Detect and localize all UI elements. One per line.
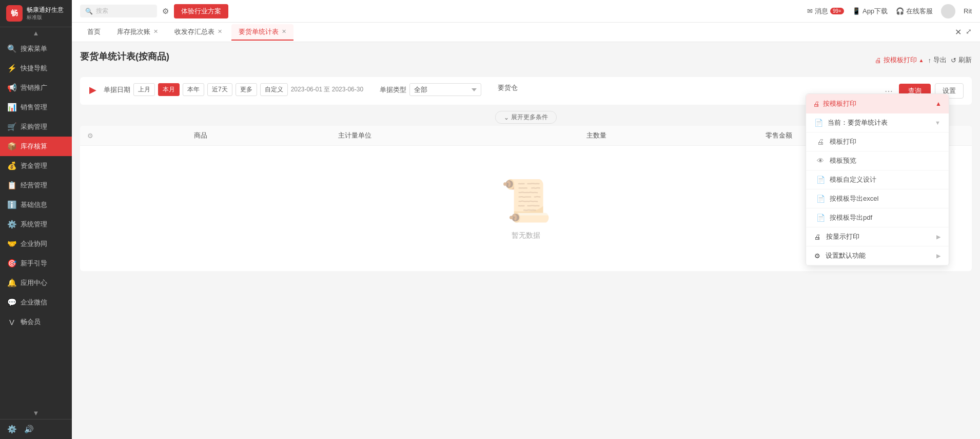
- tab-home[interactable]: 首页: [80, 24, 108, 41]
- expand-more-button[interactable]: ⌄ 展开更多条件: [495, 111, 557, 124]
- dropdown-default-func[interactable]: ⚙ 设置默认功能 ▶: [806, 246, 949, 265]
- tab-collection-label: 收发存汇总表: [174, 27, 214, 36]
- dropdown-current-template[interactable]: 📄 当前：要货单统计表 ▼: [806, 113, 949, 132]
- empty-text: 暂无数据: [512, 231, 540, 240]
- app-download-item[interactable]: 📱 App下载: [852, 7, 888, 16]
- dropdown-template-print[interactable]: 🖨 模板打印: [806, 132, 949, 151]
- current-template-icon: 📄: [814, 119, 822, 127]
- dropdown-display-print[interactable]: 🖨 按显示打印 ▶: [806, 227, 949, 246]
- refresh-button[interactable]: ↺ 刷新: [951, 55, 972, 65]
- sidebar-item-apps[interactable]: 🔔 应用中心: [0, 273, 72, 293]
- sidebar-item-member[interactable]: V 畅会员: [0, 312, 72, 332]
- topbar-search[interactable]: 🔍 搜索: [80, 5, 157, 17]
- search-icon: 🔍: [7, 44, 16, 53]
- date-more[interactable]: 更多: [236, 83, 257, 96]
- sidebar-item-purchase[interactable]: 🛒 采购管理: [0, 117, 72, 137]
- sidebar-item-enterprise[interactable]: 🤝 企业协同: [0, 234, 72, 254]
- settings-icon[interactable]: ⚙️: [7, 425, 17, 434]
- sound-icon[interactable]: 🔊: [24, 425, 34, 434]
- lightning-icon: ⚡: [7, 64, 16, 73]
- tabs-bar: 首页 库存批次账 ✕ 收发存汇总表 ✕ 要货单统计表 ✕ ✕ ⤢: [72, 23, 980, 42]
- tab-batch-close[interactable]: ✕: [153, 28, 158, 35]
- apps-icon: 🔔: [7, 278, 16, 288]
- print-button[interactable]: 🖨 按模板打印 ▲: [875, 55, 924, 65]
- wechat-icon: 💬: [7, 298, 16, 307]
- online-service-item[interactable]: 🎧 在线客服: [896, 7, 933, 16]
- online-service-label: 在线客服: [906, 7, 933, 16]
- search-placeholder: 搜索: [96, 7, 108, 15]
- trial-button[interactable]: 体验行业方案: [174, 4, 228, 18]
- message-item[interactable]: ✉ 消息 99+: [807, 7, 844, 16]
- display-print-arrow: ▶: [936, 234, 940, 240]
- date-year[interactable]: 本年: [183, 83, 204, 96]
- filter-toggle[interactable]: ▶: [88, 83, 97, 97]
- user-avatar[interactable]: [941, 4, 955, 18]
- sidebar-item-search[interactable]: 🔍 搜索菜单: [0, 39, 72, 59]
- col-settings[interactable]: ⚙: [80, 126, 187, 146]
- tab-collection[interactable]: 收发存汇总表 ✕: [167, 24, 229, 41]
- goods-filter-label: 要货仓: [498, 83, 518, 92]
- sidebar-item-sales[interactable]: 📊 销售管理: [0, 98, 72, 117]
- sidebar-item-label: 企业协同: [21, 239, 47, 249]
- type-filter-label: 单据类型: [380, 85, 406, 94]
- tabs-actions: ✕ ⤢: [955, 27, 972, 37]
- date-filter-group: 单据日期 上月 本月 本年 近7天 更多 自定义 2023-06-01 至 20…: [104, 83, 363, 96]
- refresh-label: 刷新: [958, 55, 972, 65]
- sidebar-item-finance[interactable]: 💰 资金管理: [0, 156, 72, 176]
- dropdown-header: 🖨 按模板打印 ▲: [806, 94, 949, 113]
- print-chevron-up: ▲: [919, 58, 924, 63]
- dropdown-template-pdf[interactable]: 📄 按模板导出pdf: [806, 208, 949, 227]
- tab-batch-label: 库存批次账: [117, 27, 150, 36]
- tab-order-stat-close[interactable]: ✕: [282, 28, 286, 35]
- dropdown-template-preview[interactable]: 👁 模板预览: [806, 151, 949, 170]
- topbar: 🔍 搜索 ⚙ 体验行业方案 ✉ 消息 99+ 📱 App下载 🎧 在线客服 Ri…: [72, 0, 980, 23]
- sidebar-scroll-up[interactable]: ▲: [0, 27, 72, 39]
- export-label: 导出: [933, 55, 947, 65]
- sidebar-item-label: 应用中心: [21, 278, 47, 288]
- sidebar-item-label: 基础信息: [21, 200, 47, 209]
- tabs-close-button[interactable]: ✕: [955, 27, 962, 37]
- sidebar-item-system[interactable]: ⚙️ 系统管理: [0, 215, 72, 234]
- date-7days[interactable]: 近7天: [207, 83, 232, 96]
- date-prev-month[interactable]: 上月: [133, 83, 155, 96]
- sidebar-item-inventory[interactable]: 📦 库存核算: [0, 137, 72, 156]
- app-download-label: App下载: [863, 7, 888, 16]
- enterprise-icon: 🤝: [7, 239, 16, 249]
- sidebar-item-label: 营销推广: [21, 83, 47, 92]
- tab-collection-close[interactable]: ✕: [218, 28, 222, 35]
- sidebar-item-basic[interactable]: ℹ️ 基础信息: [0, 195, 72, 215]
- default-func-arrow: ▶: [936, 253, 940, 259]
- template-preview-icon: 👁: [816, 157, 825, 165]
- dropdown-chevron-icon[interactable]: ▲: [935, 100, 942, 107]
- display-print-icon: 🖨: [814, 233, 821, 241]
- sidebar-item-operation[interactable]: 📋 经营管理: [0, 176, 72, 195]
- dropdown-template-excel[interactable]: 📄 按模板导出excel: [806, 189, 949, 208]
- tabs-expand-button[interactable]: ⤢: [966, 27, 972, 37]
- date-custom[interactable]: 自定义: [260, 83, 288, 96]
- refresh-icon: ↺: [951, 56, 956, 64]
- sidebar-item-label: 搜索菜单: [21, 44, 47, 53]
- dropdown-template-design[interactable]: 📄 模板自定义设计: [806, 170, 949, 189]
- message-icon: ✉: [807, 7, 813, 15]
- template-print-icon: 🖨: [816, 138, 825, 146]
- col-unit: 主计量单位: [331, 126, 579, 146]
- tab-order-stat[interactable]: 要货单统计表 ✕: [231, 24, 293, 41]
- sidebar-item-newbie[interactable]: 🎯 新手引导: [0, 254, 72, 273]
- marketing-icon: 📢: [7, 83, 16, 92]
- dropdown-title: 按模板打印: [823, 99, 856, 108]
- export-button[interactable]: ↑ 导出: [928, 55, 947, 65]
- expand-chevron-icon: ⌄: [504, 114, 509, 121]
- type-filter-group: 单据类型 全部: [380, 83, 481, 96]
- sidebar-item-marketing[interactable]: 📢 营销推广: [0, 78, 72, 98]
- sidebar-logo: 畅 畅康通好生意 标准版: [0, 0, 72, 27]
- type-filter-select[interactable]: 全部: [409, 83, 481, 96]
- sidebar-item-shortcut[interactable]: ⚡ 快捷导航: [0, 59, 72, 78]
- sidebar-item-wechat[interactable]: 💬 企业微信: [0, 293, 72, 312]
- date-current-month[interactable]: 本月: [158, 83, 180, 96]
- search-icon: 🔍: [85, 8, 93, 15]
- app-icon: 📱: [852, 7, 860, 15]
- sidebar-scroll-down[interactable]: ▼: [0, 407, 72, 419]
- gear-icon[interactable]: ⚙: [162, 7, 169, 16]
- tab-batch[interactable]: 库存批次账 ✕: [110, 24, 165, 41]
- operation-icon: 📋: [7, 181, 16, 190]
